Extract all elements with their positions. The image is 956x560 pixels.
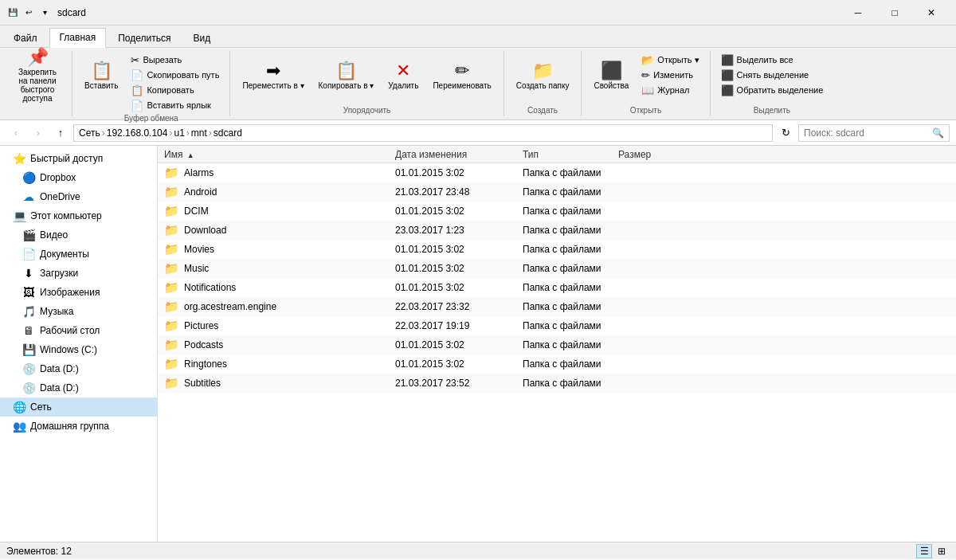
sidebar-item-this-pc-label: Этот компьютер: [30, 210, 102, 221]
deselect-button[interactable]: ⬛ Снять выделение: [717, 68, 828, 82]
properties-button[interactable]: ⬛ Свойства: [588, 53, 634, 99]
open-label: Открыть: [630, 106, 661, 115]
file-name-text: Ringtones: [184, 358, 227, 370]
sidebar-item-data-d1[interactable]: 💿 Data (D:): [0, 359, 157, 378]
folder-icon: 📁: [164, 166, 179, 180]
history-icon: 📖: [641, 84, 654, 96]
copy-icon: 📄: [131, 69, 143, 81]
tab-file[interactable]: Файл: [3, 29, 48, 47]
sidebar-item-this-pc[interactable]: 💻 Этот компьютер: [0, 206, 157, 225]
ribbon-group-select-items: ⬛ Выделить все ⬛ Снять выделение ⬛ Обрат…: [717, 53, 828, 104]
sidebar-item-music[interactable]: 🎵 Музыка: [0, 302, 157, 321]
ribbon-group-organize-items: ➡ Переместить в ▾ 📋 Копировать в ▾ ✕ Уда…: [237, 53, 496, 104]
file-type-cell: Папка с файлами: [519, 167, 615, 178]
path-segment-4[interactable]: mnt: [191, 127, 207, 139]
path-segment-1[interactable]: Сеть: [79, 127, 100, 139]
dropbox-icon: 🔵: [22, 171, 35, 184]
sidebar-item-quick-access[interactable]: ⭐ Быстрый доступ: [0, 149, 157, 168]
tab-home[interactable]: Главная: [49, 28, 107, 48]
edit-button[interactable]: ✏ Изменить: [637, 68, 703, 82]
sidebar-item-dropbox[interactable]: 🔵 Dropbox: [0, 168, 157, 187]
table-row[interactable]: 📁 Subtitles 21.03.2017 23:52 Папка с фай…: [158, 374, 956, 393]
cut-button[interactable]: ✂ Вырезать: [127, 53, 223, 67]
folder-icon: 📁: [164, 338, 179, 352]
copy-to-button[interactable]: 📋 Копировать в ▾: [313, 53, 380, 99]
paste-shortcut-button[interactable]: 📄 Вставить ярлык: [127, 98, 223, 112]
table-row[interactable]: 📁 Music 01.01.2015 3:02 Папка с файлами: [158, 259, 956, 278]
table-row[interactable]: 📁 Android 21.03.2017 23:48 Папка с файла…: [158, 182, 956, 202]
paste-label: Вставить: [84, 81, 118, 90]
tab-view[interactable]: Вид: [182, 29, 221, 47]
file-name-text: Alarms: [184, 167, 214, 178]
paste-button[interactable]: 📋 Вставить: [79, 53, 123, 99]
sidebar-item-desktop[interactable]: 🖥 Рабочий стол: [0, 321, 157, 340]
copy-button[interactable]: 📄 Скопировать путь: [127, 68, 223, 82]
nav-up-button[interactable]: ↑: [51, 123, 70, 143]
sidebar-item-documents[interactable]: 📄 Документы: [0, 245, 157, 264]
select-all-button[interactable]: ⬛ Выделить все: [717, 53, 828, 67]
nav-forward-button[interactable]: ›: [29, 123, 48, 143]
search-box: 🔍: [798, 124, 950, 142]
sidebar-item-win-c-label: Windows (C:): [40, 344, 97, 355]
search-input[interactable]: [804, 127, 929, 139]
table-row[interactable]: 📁 Pictures 22.03.2017 19:19 Папка с файл…: [158, 316, 956, 335]
file-date-cell: 01.01.2015 3:02: [392, 282, 519, 293]
col-header-name[interactable]: Имя ▲: [161, 149, 392, 160]
file-date-cell: 01.01.2015 3:02: [392, 244, 519, 255]
path-segment-3[interactable]: u1: [174, 127, 184, 139]
table-row[interactable]: 📁 Alarms 01.01.2015 3:02 Папка с файлами: [158, 163, 956, 182]
new-folder-button[interactable]: 📁 Создать папку: [511, 53, 575, 99]
properties-icon: ⬛: [601, 62, 622, 80]
copy-path-button[interactable]: 📋 Копировать: [127, 83, 223, 97]
path-sep-4: ›: [209, 127, 212, 139]
view-details-button[interactable]: ☰: [916, 544, 932, 558]
view-large-icons-button[interactable]: ⊞: [934, 544, 950, 558]
file-date-cell: 22.03.2017 19:19: [392, 320, 519, 331]
move-button[interactable]: ➡ Переместить в ▾: [237, 53, 309, 99]
refresh-button[interactable]: ↻: [776, 123, 795, 143]
sidebar-item-homegroup-label: Домашняя группа: [30, 421, 109, 432]
col-header-size[interactable]: Размер: [615, 149, 679, 160]
history-button[interactable]: 📖 Журнал: [637, 83, 703, 97]
desktop-icon: 🖥: [22, 324, 35, 337]
tab-share[interactable]: Поделиться: [108, 29, 181, 47]
file-date-cell: 21.03.2017 23:52: [392, 378, 519, 389]
table-row[interactable]: 📁 Movies 01.01.2015 3:02 Папка с файлами: [158, 240, 956, 259]
table-row[interactable]: 📁 Notifications 01.01.2015 3:02 Папка с …: [158, 278, 956, 297]
delete-button[interactable]: ✕ Удалить: [382, 53, 424, 99]
table-row[interactable]: 📁 Ringtones 01.01.2015 3:02 Папка с файл…: [158, 354, 956, 374]
sidebar-item-homegroup[interactable]: 👥 Домашняя группа: [0, 417, 157, 436]
minimize-button[interactable]: ─: [840, 0, 876, 25]
maximize-button[interactable]: □: [876, 0, 913, 25]
col-header-date[interactable]: Дата изменения: [392, 149, 519, 160]
pin-label: Закрепить на панели быстрого доступа: [15, 68, 60, 103]
table-row[interactable]: 📁 Podcasts 01.01.2015 3:02 Папка с файла…: [158, 335, 956, 354]
table-row[interactable]: 📁 Download 23.03.2017 1:23 Папка с файла…: [158, 221, 956, 240]
sidebar-item-data-d2[interactable]: 💿 Data (D:): [0, 378, 157, 397]
open-button[interactable]: 📂 Открыть ▾: [637, 53, 703, 67]
clipboard-small-buttons: ✂ Вырезать 📄 Скопировать путь 📋 Копирова…: [127, 53, 223, 112]
sidebar-item-video[interactable]: 🎬 Видео: [0, 225, 157, 245]
sidebar-item-desktop-label: Рабочий стол: [40, 325, 100, 336]
sidebar-item-onedrive[interactable]: ☁ OneDrive: [0, 187, 157, 206]
table-row[interactable]: 📁 org.acestream.engine 22.03.2017 23:32 …: [158, 297, 956, 316]
sidebar-item-network[interactable]: 🌐 Сеть: [0, 397, 157, 417]
invert-button[interactable]: ⬛ Обратить выделение: [717, 83, 828, 97]
table-row[interactable]: 📁 DCIM 01.01.2015 3:02 Папка с файлами: [158, 202, 956, 221]
file-name-cell: 📁 DCIM: [161, 204, 392, 218]
path-segment-5[interactable]: sdcard: [214, 127, 242, 139]
close-button[interactable]: ✕: [913, 0, 950, 25]
file-name-text: DCIM: [184, 206, 209, 217]
sidebar-item-video-label: Видео: [40, 229, 68, 241]
path-segment-2[interactable]: 192.168.0.104: [107, 127, 168, 139]
pin-button[interactable]: 📌 Закрепить на панели быстрого доступа: [10, 53, 65, 99]
nav-back-button[interactable]: ‹: [6, 123, 25, 143]
col-header-type[interactable]: Тип: [519, 149, 615, 160]
select-small-buttons: ⬛ Выделить все ⬛ Снять выделение ⬛ Обрат…: [717, 53, 828, 97]
sidebar-item-win-c[interactable]: 💾 Windows (C:): [0, 340, 157, 359]
view-buttons: ☰ ⊞: [916, 544, 950, 558]
rename-button[interactable]: ✏ Переименовать: [427, 53, 496, 99]
address-path[interactable]: Сеть › 192.168.0.104 › u1 › mnt › sdcard: [73, 124, 773, 142]
sidebar-item-images[interactable]: 🖼 Изображения: [0, 283, 157, 302]
sidebar-item-downloads[interactable]: ⬇ Загрузки: [0, 264, 157, 283]
